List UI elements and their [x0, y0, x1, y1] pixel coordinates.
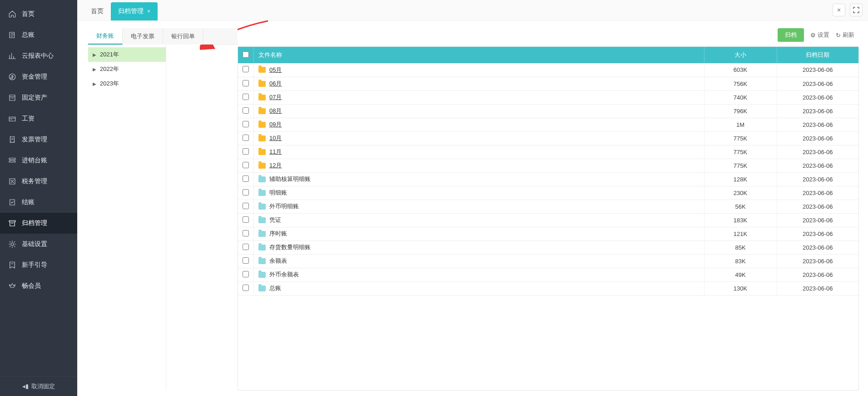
file-date: 2023-06-06	[777, 131, 858, 145]
file-size: 756K	[704, 77, 777, 90]
folder-icon	[258, 108, 266, 114]
sidebar-item-7[interactable]: 进销台账	[0, 150, 77, 171]
file-link[interactable]: 07月	[269, 93, 282, 101]
row-checkbox[interactable]	[243, 80, 249, 86]
row-checkbox[interactable]	[243, 189, 249, 195]
table-row: 存货数量明细账85K2023-06-06	[238, 241, 858, 254]
close-icon[interactable]: ×	[147, 8, 150, 15]
file-link[interactable]: 10月	[269, 134, 282, 142]
folder-icon	[258, 245, 266, 251]
file-link[interactable]: 12月	[269, 161, 282, 170]
sidebar-item-11[interactable]: 基础设置	[0, 234, 77, 255]
sidebar-collapse[interactable]: ◂▮ 取消固定	[0, 376, 77, 396]
folder-icon	[258, 149, 266, 155]
file-size: 230K	[704, 186, 777, 200]
close-panel-button[interactable]: ×	[833, 4, 845, 16]
row-checkbox[interactable]	[243, 285, 249, 291]
file-link[interactable]: 11月	[269, 148, 282, 156]
refresh-button[interactable]: ↻ 刷新	[836, 31, 854, 39]
file-name: 余额表	[269, 257, 287, 265]
file-date: 2023-06-06	[777, 254, 858, 268]
fullscreen-button[interactable]	[850, 4, 863, 16]
file-size: 603K	[704, 63, 777, 77]
tree-node-2[interactable]: ▶2023年	[88, 76, 166, 91]
tree-node-label: 2021年	[100, 50, 119, 59]
file-link[interactable]: 08月	[269, 107, 282, 115]
caret-right-icon: ▶	[93, 67, 96, 72]
sidebar-item-0[interactable]: 首页	[0, 4, 77, 25]
settings-button[interactable]: ⚙ 设置	[810, 31, 829, 39]
file-date: 2023-06-06	[777, 213, 858, 227]
sidebar-item-9[interactable]: 结账	[0, 192, 77, 213]
file-date: 2023-06-06	[777, 227, 858, 241]
row-checkbox[interactable]	[243, 94, 249, 100]
inner-tab-2[interactable]: 银行回单	[163, 28, 203, 45]
table-row: 11月775K2023-06-06	[238, 145, 858, 159]
file-name: 辅助核算明细账	[269, 175, 311, 183]
sidebar-item-12[interactable]: 新手引导	[0, 255, 77, 276]
sidebar-item-label: 工资	[22, 115, 35, 123]
tab-home[interactable]: 首页	[84, 2, 111, 20]
folder-icon	[258, 258, 266, 264]
invoice-icon	[8, 135, 16, 144]
row-checkbox[interactable]	[243, 121, 249, 127]
row-checkbox[interactable]	[243, 230, 249, 236]
inout-icon	[8, 156, 16, 165]
refresh-label: 刷新	[843, 31, 854, 39]
tab-archive[interactable]: 归档管理 ×	[111, 2, 158, 20]
row-checkbox[interactable]	[243, 175, 249, 182]
file-date: 2023-06-06	[777, 77, 858, 90]
file-size: 775K	[704, 159, 777, 172]
sidebar-item-5[interactable]: 工资	[0, 108, 77, 129]
row-checkbox[interactable]	[243, 244, 249, 250]
row-checkbox[interactable]	[243, 216, 249, 223]
folder-icon	[258, 217, 266, 223]
file-size: 85K	[704, 241, 777, 254]
archive-button[interactable]: 归档	[778, 28, 804, 42]
sidebar-item-2[interactable]: 云报表中心	[0, 45, 77, 66]
file-date: 2023-06-06	[777, 172, 858, 186]
sidebar-item-6[interactable]: 发票管理	[0, 129, 77, 150]
file-date: 2023-06-06	[777, 281, 858, 295]
file-date: 2023-06-06	[777, 90, 858, 104]
file-name: 凭证	[269, 216, 281, 224]
inner-tab-1[interactable]: 电子发票	[123, 28, 163, 45]
file-link[interactable]: 09月	[269, 120, 282, 129]
sidebar-item-4[interactable]: 固定资产	[0, 87, 77, 108]
row-checkbox[interactable]	[243, 66, 249, 72]
folder-icon	[258, 190, 266, 196]
select-all-checkbox[interactable]	[243, 51, 249, 58]
table-row: 外币明细账56K2023-06-06	[238, 200, 858, 213]
money-icon	[8, 73, 16, 81]
row-checkbox[interactable]	[243, 271, 249, 277]
sidebar-item-label: 总账	[22, 31, 35, 39]
row-checkbox[interactable]	[243, 135, 249, 141]
file-link[interactable]: 06月	[269, 80, 282, 88]
sidebar-item-8[interactable]: 税务管理	[0, 171, 77, 192]
tree-node-0[interactable]: ▶2021年	[88, 47, 166, 62]
sidebar-item-13[interactable]: 畅会员	[0, 276, 77, 296]
file-link[interactable]: 05月	[269, 66, 282, 74]
row-checkbox[interactable]	[243, 162, 249, 168]
sidebar-item-label: 归档管理	[22, 219, 47, 227]
sidebar-item-3[interactable]: 资金管理	[0, 66, 77, 87]
sidebar-item-1[interactable]: 总账	[0, 25, 77, 45]
file-size: 1M	[704, 118, 777, 131]
inner-tab-0[interactable]: 财务账	[88, 28, 123, 45]
file-name: 明细账	[269, 189, 287, 197]
sidebar-item-label: 结账	[22, 198, 35, 206]
tax-icon	[8, 177, 16, 185]
tree-node-1[interactable]: ▶2022年	[88, 62, 166, 76]
file-size: 49K	[704, 268, 777, 281]
sidebar-item-label: 发票管理	[22, 135, 47, 144]
row-checkbox[interactable]	[243, 257, 249, 264]
table-row: 明细账230K2023-06-06	[238, 186, 858, 200]
file-size: 130K	[704, 281, 777, 295]
row-checkbox[interactable]	[243, 148, 249, 155]
close-icon	[8, 198, 16, 206]
sidebar-item-10[interactable]: 归档管理	[0, 213, 77, 234]
row-checkbox[interactable]	[243, 203, 249, 209]
sidebar-item-label: 税务管理	[22, 177, 47, 185]
row-checkbox[interactable]	[243, 107, 249, 114]
inner-tabs: 财务账电子发票银行回单	[88, 28, 238, 45]
